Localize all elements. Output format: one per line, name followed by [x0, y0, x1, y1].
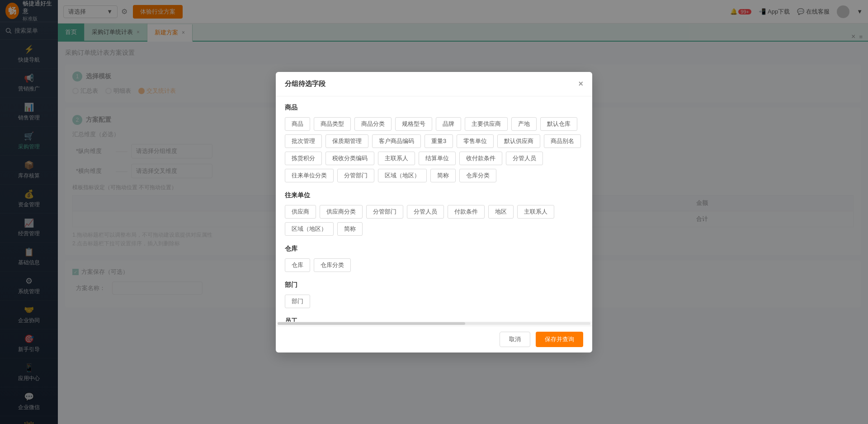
field-tag[interactable]: 部门 — [285, 295, 310, 308]
field-tag[interactable]: 主要供应商 — [465, 117, 508, 131]
modal-footer: 取消 保存并查询 — [276, 326, 592, 353]
field-tag[interactable]: 简称 — [337, 222, 363, 236]
field-tag[interactable]: 产地 — [511, 117, 537, 131]
field-tag[interactable]: 分管人员 — [407, 205, 444, 219]
group-title-staff: 员工 — [285, 317, 583, 322]
field-tag[interactable]: 往来单位分类 — [285, 169, 334, 182]
field-tag[interactable]: 默认供应商 — [497, 134, 540, 148]
field-tag[interactable]: 付款条件 — [448, 205, 485, 219]
field-group-staff: 员工 业务员 — [285, 317, 583, 322]
field-tag[interactable]: 商品类型 — [314, 117, 351, 131]
field-group-partners: 往来单位 供应商 供应商分类 分管部门 分管人员 付款条件 地区 主联系人 区域… — [285, 191, 583, 236]
field-tag[interactable]: 分管部门 — [366, 205, 403, 219]
field-selection-modal: 分组待选字段 × 商品 商品 商品类型 商品分类 规格型号 品牌 主要供应商 产… — [276, 72, 592, 353]
field-tag[interactable]: 分管人员 — [506, 152, 543, 165]
field-tag[interactable]: 保质期管理 — [326, 134, 368, 148]
field-tag[interactable]: 仓库分类 — [314, 258, 351, 272]
field-tag[interactable]: 区域（地区） — [378, 169, 427, 182]
department-fields: 部门 — [285, 295, 583, 308]
field-tag[interactable]: 规格型号 — [395, 117, 432, 131]
field-tag[interactable]: 供应商 — [285, 205, 316, 219]
field-tag[interactable]: 商品 — [285, 117, 310, 131]
field-tag[interactable]: 主联系人 — [517, 205, 554, 219]
field-tag[interactable]: 默认仓库 — [540, 117, 577, 131]
field-tag[interactable]: 区域（地区） — [285, 222, 334, 236]
field-tag[interactable]: 仓库分类 — [459, 169, 496, 182]
field-tag[interactable]: 主联系人 — [378, 152, 415, 165]
group-title-department: 部门 — [285, 281, 583, 289]
hscroll-thumb[interactable] — [278, 322, 465, 325]
field-tag[interactable]: 品牌 — [436, 117, 461, 131]
field-tag[interactable]: 分管部门 — [337, 169, 374, 182]
modal-header: 分组待选字段 × — [276, 72, 592, 96]
field-tag[interactable]: 简称 — [430, 169, 456, 182]
group-title-products: 商品 — [285, 104, 583, 112]
field-tag[interactable]: 批次管理 — [285, 134, 322, 148]
field-tag[interactable]: 收付款条件 — [459, 152, 502, 165]
modal-close-btn[interactable]: × — [578, 79, 583, 89]
field-tag[interactable]: 商品分类 — [354, 117, 392, 131]
field-tag[interactable]: 拣货积分 — [285, 152, 322, 165]
field-group-warehouse: 仓库 仓库 仓库分类 — [285, 245, 583, 272]
modal-title: 分组待选字段 — [285, 80, 326, 88]
confirm-button[interactable]: 保存并查询 — [536, 332, 583, 347]
field-group-department: 部门 部门 — [285, 281, 583, 308]
modal-body: 商品 商品 商品类型 商品分类 规格型号 品牌 主要供应商 产地 默认仓库 批次… — [276, 96, 592, 322]
product-fields: 商品 商品类型 商品分类 规格型号 品牌 主要供应商 产地 默认仓库 批次管理 … — [285, 117, 583, 182]
hscroll-track — [278, 322, 590, 325]
field-tag[interactable]: 仓库 — [285, 258, 310, 272]
field-group-products: 商品 商品 商品类型 商品分类 规格型号 品牌 主要供应商 产地 默认仓库 批次… — [285, 104, 583, 182]
modal-hscroll — [276, 322, 592, 326]
field-tag[interactable]: 重量3 — [425, 134, 453, 148]
warehouse-fields: 仓库 仓库分类 — [285, 258, 583, 272]
cancel-button[interactable]: 取消 — [500, 332, 530, 347]
field-tag[interactable]: 地区 — [488, 205, 514, 219]
field-tag[interactable]: 客户商品编码 — [372, 134, 421, 148]
field-tag[interactable]: 税收分类编码 — [326, 152, 374, 165]
partner-fields: 供应商 供应商分类 分管部门 分管人员 付款条件 地区 主联系人 区域（地区） … — [285, 205, 583, 236]
field-tag[interactable]: 商品别名 — [544, 134, 581, 148]
group-title-partners: 往来单位 — [285, 191, 583, 200]
field-tag[interactable]: 结算单位 — [419, 152, 456, 165]
group-title-warehouse: 仓库 — [285, 245, 583, 253]
field-tag[interactable]: 供应商分类 — [320, 205, 363, 219]
field-tag[interactable]: 零售单位 — [457, 134, 494, 148]
